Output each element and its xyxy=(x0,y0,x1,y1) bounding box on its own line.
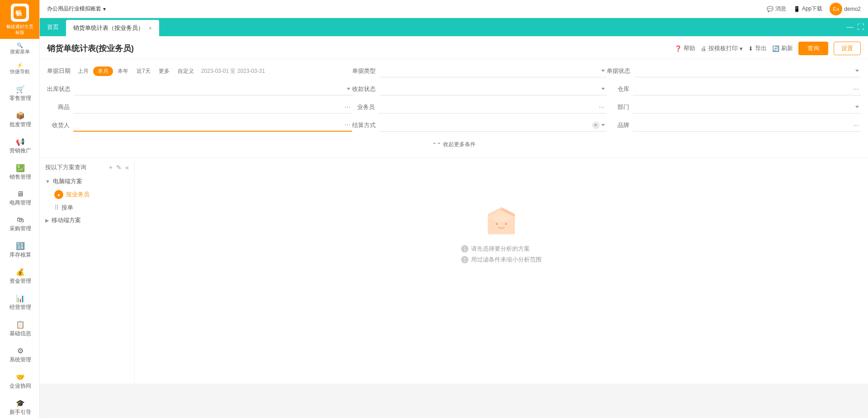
breadcrumb[interactable]: 办公用品行业模拟账套 ▾ xyxy=(47,5,106,13)
left-panel-title: 按以下方案查询 xyxy=(45,163,86,171)
tree-desktop-scheme[interactable]: ▼ 电脑端方案 xyxy=(40,175,134,188)
receiver-label: 收货人 xyxy=(47,121,70,129)
header-left: 办公用品行业模拟账套 ▾ xyxy=(47,5,106,13)
empty-tips: 1 请先选择要分析的方案 2 用过滤条件来缩小分析范围 xyxy=(461,245,542,266)
settlement-dropdown-icon xyxy=(601,124,605,126)
newbie-icon: 🎓 xyxy=(16,399,25,408)
tree-order-label: 按单 xyxy=(61,204,73,212)
sidebar-item-quick[interactable]: ⚡ 快捷导航 xyxy=(0,59,39,79)
brand-dots-icon: ··· xyxy=(853,121,859,129)
salesperson-input[interactable]: ··· xyxy=(378,101,607,114)
svg-text:畅: 畅 xyxy=(15,10,22,17)
sidebar-item-basic[interactable]: 📋 基础信息 xyxy=(0,316,39,342)
date-range-text: 2023-03-01 至 2023-03-31 xyxy=(201,67,265,75)
sidebar-item-finance[interactable]: 💰 资金管理 xyxy=(0,263,39,290)
sidebar-item-wholesale[interactable]: 📦 批发管理 xyxy=(0,107,39,133)
edit-scheme-icon[interactable]: ✎ xyxy=(116,164,122,171)
settlement-clear-icon[interactable]: × xyxy=(592,122,599,129)
main-area: 办公用品行业模拟账套 ▾ 💬 消息 📱 App下载 Ea demo2 首页 xyxy=(40,0,868,418)
template-print-button[interactable]: 🖨 按模板打印 ▾ xyxy=(701,44,743,52)
date-btn-this-month[interactable]: 本月 xyxy=(93,66,113,76)
message-button[interactable]: 💬 消息 xyxy=(767,5,786,13)
date-btn-last-month[interactable]: 上月 xyxy=(74,66,92,76)
system-icon: ⚙ xyxy=(17,347,24,355)
refresh-label: 刷新 xyxy=(781,44,793,52)
tab-maximize-icon[interactable]: ⛶ xyxy=(857,23,864,31)
sidebar-item-sales[interactable]: 💹 销售管理 xyxy=(0,159,39,185)
out-status-label: 出库状态 xyxy=(47,85,71,93)
sales-icon: 💹 xyxy=(16,164,25,172)
date-label: 单据日期 xyxy=(47,67,71,75)
warehouse-input[interactable]: ··· xyxy=(633,83,861,95)
tab-close-icon[interactable]: ✕ xyxy=(148,26,152,31)
sidebar-item-marketing[interactable]: 📢 营销推广 xyxy=(0,133,39,159)
collapse-up-icon: ⌃⌃ xyxy=(432,142,441,148)
sidebar-marketing-label: 营销推广 xyxy=(9,147,31,155)
help-button[interactable]: ❓ 帮助 xyxy=(675,44,695,52)
type-dropdown-icon xyxy=(601,70,605,72)
tab-bar-actions: — ⛶ xyxy=(846,23,868,31)
salesperson-label: 业务员 xyxy=(352,103,375,111)
empty-tip-1: 1 请先选择要分析的方案 xyxy=(461,245,542,253)
goods-input[interactable]: ··· xyxy=(73,101,352,114)
svg-point-7 xyxy=(496,223,498,225)
sidebar-item-retail[interactable]: 🛒 零售管理 xyxy=(0,81,39,107)
tree-desktop-label: 电脑端方案 xyxy=(53,177,82,185)
app-download-button[interactable]: 📱 App下载 xyxy=(793,5,822,13)
receiver-input[interactable]: ··· xyxy=(73,119,352,132)
warehouse-label: 仓库 xyxy=(607,85,629,93)
empty-illustration xyxy=(479,201,524,238)
tab-home[interactable]: 首页 xyxy=(40,18,66,36)
sidebar-purchase-label: 采购管理 xyxy=(9,225,31,233)
sidebar-enterprise-label: 企业协同 xyxy=(9,382,31,390)
sidebar-item-search[interactable]: 🔍 搜索菜单 xyxy=(0,39,39,59)
receiver-dots-icon: ··· xyxy=(344,121,350,129)
tab-sales-stats[interactable]: 销货单统计表（按业务员） ✕ xyxy=(66,20,159,36)
date-btn-this-year[interactable]: 本年 xyxy=(114,66,132,76)
sidebar-item-newbie[interactable]: 🎓 新手引导 xyxy=(0,394,39,418)
settings-button[interactable]: 设置 xyxy=(834,42,861,55)
status-label: 单据状态 xyxy=(607,67,630,75)
tree-by-order[interactable]: ⠿ 按单 xyxy=(40,201,134,214)
collapse-button[interactable]: ⌃⌃ 收起更多条件 xyxy=(47,137,861,152)
add-scheme-icon[interactable]: + xyxy=(109,164,113,171)
tab-home-label: 首页 xyxy=(47,23,59,31)
sidebar-item-ecommerce[interactable]: 🖥 电商管理 xyxy=(0,185,39,211)
goods-label: 商品 xyxy=(47,103,70,111)
status-input[interactable] xyxy=(634,65,861,77)
inventory-icon: 🔢 xyxy=(16,242,25,250)
tab-minimize-icon[interactable]: — xyxy=(846,23,854,31)
tree-mobile-label: 移动端方案 xyxy=(52,216,81,224)
department-input[interactable] xyxy=(633,101,861,114)
export-label: 导出 xyxy=(755,44,767,52)
salesperson-dots-icon: ··· xyxy=(599,103,604,111)
date-btn-7days[interactable]: 近7天 xyxy=(133,66,154,76)
sidebar-item-purchase[interactable]: 🛍 采购管理 xyxy=(0,211,39,237)
brand-input[interactable]: ··· xyxy=(633,119,861,132)
type-input[interactable] xyxy=(379,65,607,77)
message-label: 消息 xyxy=(775,5,786,13)
sidebar-item-operations[interactable]: 📊 经营管理 xyxy=(0,290,39,316)
date-btn-custom[interactable]: 自定义 xyxy=(174,66,198,76)
sidebar-retail-label: 零售管理 xyxy=(9,95,31,102)
collect-status-label: 收款状态 xyxy=(352,85,376,93)
help-icon: ❓ xyxy=(675,45,682,52)
sidebar-item-enterprise[interactable]: 🤝 企业协同 xyxy=(0,368,39,394)
collapse-panel-icon[interactable]: « xyxy=(125,164,129,171)
sidebar-item-system[interactable]: ⚙ 系统管理 xyxy=(0,342,39,368)
export-icon: ⬇ xyxy=(748,45,753,52)
department-label: 部门 xyxy=(607,103,629,111)
tree-mobile-scheme[interactable]: ▶ 移动端方案 xyxy=(40,214,134,227)
out-status-input[interactable] xyxy=(74,83,352,95)
tree-by-salesperson[interactable]: ● 按业务员 xyxy=(40,188,134,201)
query-button[interactable]: 查询 xyxy=(798,42,828,55)
user-menu-button[interactable]: Ea demo2 xyxy=(830,3,861,15)
sidebar-logo: 畅 畅捷通好生意 标版 xyxy=(0,0,39,39)
refresh-button[interactable]: 🔄 刷新 xyxy=(772,44,793,52)
export-button[interactable]: ⬇ 导出 xyxy=(748,44,767,52)
page-title: 销货单统计表(按业务员) xyxy=(47,43,134,54)
sidebar-item-inventory[interactable]: 🔢 库存核算 xyxy=(0,237,39,263)
date-btn-more[interactable]: 更多 xyxy=(155,66,173,76)
collect-status-input[interactable] xyxy=(379,83,607,95)
settlement-input[interactable]: × xyxy=(379,119,607,132)
